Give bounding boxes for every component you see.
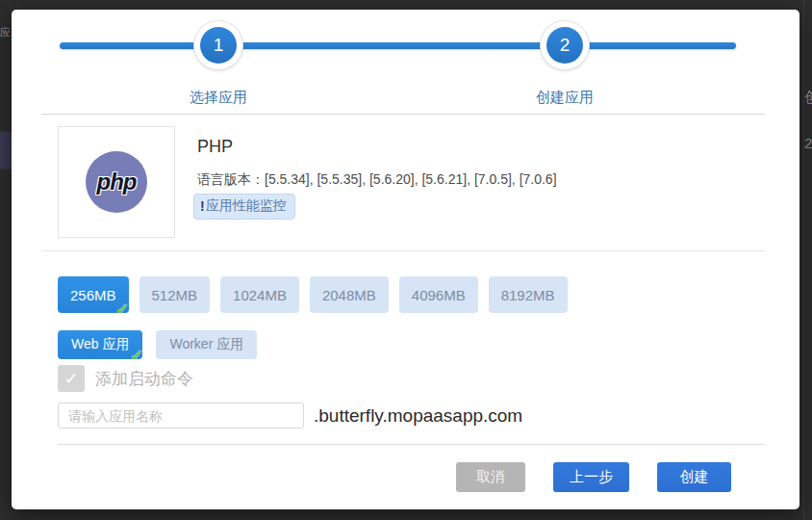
backdrop-text-fragment: 2	[804, 135, 812, 151]
app-name-input[interactable]	[58, 403, 304, 429]
memory-option-label: 8192MB	[501, 287, 555, 303]
memory-option-label: 256MB	[70, 287, 116, 303]
step-2-indicator: 2	[540, 20, 590, 70]
check-icon: ✓	[130, 348, 143, 364]
footer-divider	[58, 444, 765, 445]
memory-option-label: 512MB	[152, 287, 198, 303]
backdrop-text-fragment: 创	[804, 89, 812, 107]
create-button[interactable]: 创建	[657, 462, 731, 492]
startup-command-label: 添加启动命令	[95, 368, 193, 390]
app-section-divider	[41, 250, 765, 251]
step-1-number: 1	[200, 27, 237, 64]
footer-actions: 取消 上一步 创建	[456, 462, 731, 492]
check-icon: ✓	[115, 301, 129, 318]
memory-option-512mb[interactable]: 512MB	[140, 276, 211, 313]
memory-option-label: 1024MB	[233, 287, 287, 303]
memory-option-label: 4096MB	[412, 287, 466, 303]
app-type-option-web[interactable]: Web 应用 ✓	[58, 330, 142, 359]
step-2-number: 2	[546, 27, 583, 64]
memory-option-256mb[interactable]: 256MB ✓	[58, 276, 129, 313]
php-logo-icon: php	[86, 151, 147, 213]
app-name-row: .butterfly.mopaasapp.com	[58, 403, 522, 429]
app-type-option-worker[interactable]: Worker 应用	[156, 330, 257, 359]
exclamation-icon: !	[200, 198, 205, 214]
domain-suffix-text: .butterfly.mopaasapp.com	[314, 405, 522, 427]
apm-badge: ! 应用性能监控	[193, 194, 295, 220]
php-logo-text: php	[97, 169, 137, 195]
startup-command-checkbox[interactable]: ✓	[58, 365, 85, 392]
app-type-options: Web 应用 ✓ Worker 应用	[58, 330, 257, 359]
backdrop-vertical-divider	[803, 0, 804, 520]
app-type-label: Web 应用	[71, 336, 129, 353]
step-1-indicator: 1	[193, 20, 243, 70]
create-app-modal: 1 2 选择应用 创建应用 php PHP 语言版本：[5.5.34], [5.…	[12, 10, 799, 509]
cancel-button[interactable]: 取消	[456, 462, 525, 492]
stepper-divider	[41, 114, 765, 115]
apm-badge-label: 应用性能监控	[206, 197, 287, 215]
previous-step-button[interactable]: 上一步	[553, 462, 629, 492]
app-type-label: Worker 应用	[169, 336, 243, 353]
memory-option-4096mb[interactable]: 4096MB	[399, 276, 478, 313]
stepper-progress-bar	[60, 42, 736, 49]
memory-option-label: 2048MB	[322, 287, 376, 303]
backdrop-page-fragment-glyph: 应	[0, 25, 11, 39]
selected-app-card: php	[58, 126, 175, 238]
step-1-label: 选择应用	[161, 89, 276, 107]
memory-option-8192mb[interactable]: 8192MB	[489, 276, 568, 313]
startup-command-row: ✓ 添加启动命令	[58, 365, 193, 392]
step-2-label: 创建应用	[507, 89, 622, 107]
app-name-title: PHP	[197, 137, 233, 157]
memory-option-1024mb[interactable]: 1024MB	[220, 276, 299, 313]
memory-option-2048mb[interactable]: 2048MB	[310, 276, 389, 313]
app-language-versions: 语言版本：[5.5.34], [5.5.35], [5.6.20], [5.6.…	[197, 171, 557, 189]
memory-options: 256MB ✓ 512MB 1024MB 2048MB 4096MB 8192M…	[58, 276, 568, 313]
